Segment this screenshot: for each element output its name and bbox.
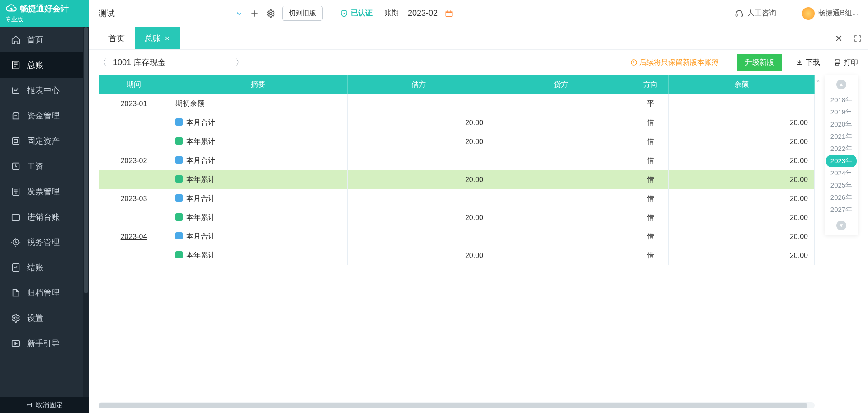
cell-direction: 借: [632, 170, 669, 189]
horizontal-scrollbar[interactable]: [99, 402, 815, 408]
gear-icon: [266, 9, 275, 18]
year-scroll-down[interactable]: ▼: [836, 221, 846, 230]
download-button[interactable]: 下载: [796, 58, 820, 67]
summary-type-icon: [175, 213, 183, 221]
year-scroll-up[interactable]: ▲: [836, 80, 846, 89]
sidebar-item-7[interactable]: 进销台账: [0, 204, 89, 230]
add-button[interactable]: [250, 9, 259, 19]
sidebar-item-label: 总账: [27, 60, 43, 70]
year-option[interactable]: 2027年: [826, 204, 857, 216]
unpin-button[interactable]: 取消固定: [0, 397, 89, 413]
table-row[interactable]: 本年累计20.00借20.00: [99, 170, 815, 189]
prev-account[interactable]: 〈: [99, 57, 107, 68]
nav-icon: [11, 212, 21, 222]
sidebar-item-3[interactable]: 资金管理: [0, 103, 89, 128]
nav-icon: [11, 313, 21, 323]
cell-summary: 本年累计: [169, 132, 348, 151]
upgrade-button[interactable]: 升级新版: [737, 54, 782, 71]
sidebar-item-1[interactable]: 总账: [0, 52, 89, 78]
cell-credit: [490, 208, 632, 227]
table-row[interactable]: 本年累计20.00借20.00: [99, 246, 815, 265]
cell-balance: 20.00: [669, 189, 815, 208]
sidebar-item-label: 报表中心: [27, 85, 60, 96]
next-account[interactable]: 〉: [236, 57, 244, 68]
summary-type-icon: [175, 251, 183, 258]
year-option[interactable]: 2026年: [826, 192, 857, 204]
col-summary: 摘要: [169, 75, 348, 94]
sidebar-item-11[interactable]: 设置: [0, 305, 89, 331]
brand: 畅捷通好会计 专业版: [0, 0, 89, 27]
table-row[interactable]: 本年累计20.00借20.00: [99, 132, 815, 151]
table-row[interactable]: 2023-04本月合计借20.00: [99, 227, 815, 246]
collapse-years[interactable]: «: [816, 77, 820, 84]
sidebar-item-9[interactable]: 结账: [0, 255, 89, 280]
cell-direction: 借: [632, 208, 669, 227]
table-row[interactable]: 本年累计20.00借20.00: [99, 208, 815, 227]
sidebar-item-6[interactable]: 发票管理: [0, 179, 89, 204]
year-option[interactable]: 2023年: [826, 155, 857, 167]
period-picker-button[interactable]: [444, 9, 454, 19]
consult-button[interactable]: 人工咨询: [735, 9, 776, 18]
nav-icon: [11, 187, 21, 197]
cell-direction: 借: [632, 113, 669, 132]
col-credit: 贷方: [490, 75, 632, 94]
cell-balance: 20.00: [669, 227, 815, 246]
year-option[interactable]: 2018年: [826, 94, 857, 106]
sidebar-item-4[interactable]: 固定资产: [0, 128, 89, 154]
close-icon[interactable]: ✕: [165, 35, 170, 42]
cell-balance: 20.00: [669, 132, 815, 151]
sidebar-item-5[interactable]: 工资: [0, 154, 89, 179]
settings-button[interactable]: [266, 9, 276, 19]
topbar: 测试 切到旧版 已认证 账期 2023-02 人工咨询 畅捷通B组...: [89, 0, 868, 27]
svg-rect-2: [14, 139, 17, 142]
cell-direction: 借: [632, 132, 669, 151]
cell-period: [99, 113, 169, 132]
tab-ledger[interactable]: 总账 ✕: [135, 27, 180, 49]
sidebar-item-2[interactable]: 报表中心: [0, 78, 89, 103]
cell-period[interactable]: 2023-01: [99, 94, 169, 113]
summary-type-icon: [175, 175, 183, 183]
company-dropdown[interactable]: 测试: [99, 8, 243, 19]
table-row[interactable]: 2023-01期初余额平: [99, 94, 815, 113]
year-picker: « ▲ 2018年2019年2020年2021年2022年2023年2024年2…: [825, 75, 858, 235]
svg-rect-1: [13, 138, 19, 145]
cell-credit: [490, 132, 632, 151]
table-row[interactable]: 2023-02本月合计借20.00: [99, 151, 815, 170]
table-row[interactable]: 2023-03本月合计借20.00: [99, 189, 815, 208]
cell-period[interactable]: 2023-04: [99, 227, 169, 246]
cell-period[interactable]: 2023-03: [99, 189, 169, 208]
cell-direction: 借: [632, 189, 669, 208]
cell-balance: [669, 94, 815, 113]
year-option[interactable]: 2025年: [826, 179, 857, 192]
cell-direction: 借: [632, 151, 669, 170]
sidebar-item-label: 固定资产: [27, 136, 60, 146]
cell-period[interactable]: 2023-02: [99, 151, 169, 170]
close-all-tabs[interactable]: ✕: [835, 33, 843, 44]
cell-summary: 本月合计: [169, 227, 348, 246]
sidebar-scrollbar[interactable]: [83, 27, 89, 397]
year-option[interactable]: 2024年: [826, 167, 857, 179]
table-row[interactable]: 本月合计20.00借20.00: [99, 113, 815, 132]
year-option[interactable]: 2019年: [826, 106, 857, 118]
sidebar-item-0[interactable]: 首页: [0, 27, 89, 52]
calendar-icon: [445, 9, 453, 18]
verified-badge[interactable]: 已认证: [340, 9, 373, 18]
sidebar-item-10[interactable]: 归档管理: [0, 280, 89, 305]
cell-debit: [348, 189, 490, 208]
old-version-button[interactable]: 切到旧版: [282, 6, 323, 21]
print-button[interactable]: 打印: [834, 58, 858, 67]
cell-summary: 本月合计: [169, 113, 348, 132]
year-option[interactable]: 2022年: [826, 143, 857, 155]
nav-list: 首页总账报表中心资金管理固定资产工资发票管理进销台账税务管理结账归档管理设置新手…: [0, 27, 89, 413]
sidebar-item-12[interactable]: 新手引导: [0, 331, 89, 356]
svg-rect-11: [446, 11, 452, 16]
fullscreen-button[interactable]: [854, 34, 862, 42]
sidebar-item-8[interactable]: 税务管理: [0, 230, 89, 255]
year-option[interactable]: 2020年: [826, 118, 857, 131]
user-menu[interactable]: 畅捷通B组...: [802, 7, 858, 20]
tab-home[interactable]: 首页: [99, 27, 135, 49]
cell-balance: 20.00: [669, 208, 815, 227]
nav-icon: [11, 338, 21, 348]
year-option[interactable]: 2021年: [826, 131, 857, 143]
cell-credit: [490, 113, 632, 132]
